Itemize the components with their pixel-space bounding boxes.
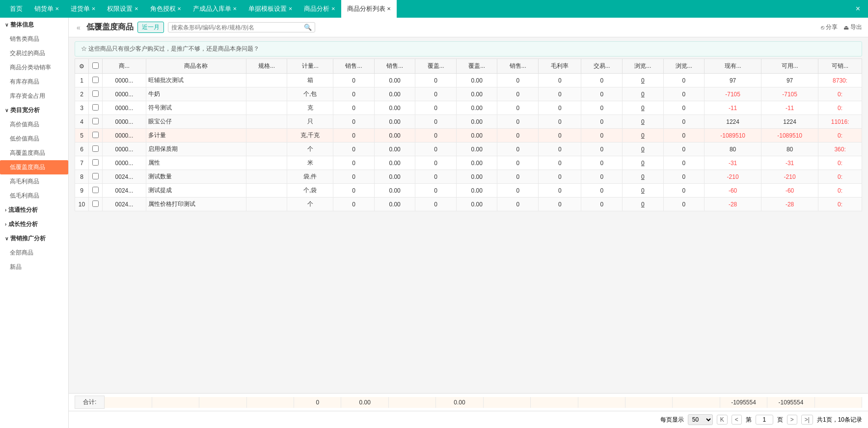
col-cover2-header[interactable]: 覆盖...	[456, 59, 497, 74]
prev-page-button[interactable]: <	[732, 415, 742, 425]
sidebar-section-circulation[interactable]: › 流通性分析	[0, 203, 68, 217]
row-checkbox[interactable]	[92, 145, 99, 152]
sidebar-item-inventory-capital[interactable]: 库存资金占用	[0, 89, 68, 103]
row-name[interactable]: 属性价格打印测试	[146, 198, 246, 211]
filter-period-button[interactable]: 近一月	[137, 22, 164, 33]
row-checkbox[interactable]	[92, 187, 99, 193]
col-sales3-header[interactable]: 销售...	[497, 59, 539, 74]
row-browse1[interactable]: 0	[623, 184, 664, 198]
row-browse1[interactable]: 0	[623, 87, 664, 101]
sidebar-item-high-value[interactable]: 高价值商品	[0, 117, 68, 132]
row-checkbox[interactable]	[92, 104, 99, 111]
col-browse1-header[interactable]: 浏览...	[623, 59, 664, 74]
row-checkbox[interactable]	[92, 77, 99, 83]
page-number-input[interactable]	[756, 415, 773, 425]
row-checkbox-cell[interactable]	[89, 87, 103, 101]
sidebar-section-overall[interactable]: ∨ 整体信息	[0, 18, 68, 32]
row-name[interactable]: 符号测试	[146, 101, 246, 115]
col-spec-header[interactable]: 规格...	[246, 59, 287, 74]
row-browse1[interactable]: 0	[623, 156, 664, 170]
row-name[interactable]: 启用保质期	[146, 143, 246, 156]
nav-purchase[interactable]: 进货单 ×	[65, 0, 101, 18]
col-settings[interactable]: ⚙	[75, 59, 89, 74]
row-checkbox-cell[interactable]	[89, 156, 103, 170]
row-browse1[interactable]: 0	[623, 101, 664, 115]
per-page-select[interactable]: 50 100 200	[688, 414, 713, 425]
select-all-checkbox[interactable]	[92, 62, 99, 69]
sidebar-item-low-value[interactable]: 低价值商品	[0, 132, 68, 146]
nav-home[interactable]: 首页	[4, 0, 28, 18]
sidebar-item-low-profit[interactable]: 低毛利商品	[0, 189, 68, 203]
row-checkbox-cell[interactable]	[89, 198, 103, 211]
sidebar-item-category-rate[interactable]: 商品分类动销率	[0, 60, 68, 75]
sidebar-item-traded-products[interactable]: 交易过的商品	[0, 46, 68, 60]
export-button[interactable]: ⏏ 导出	[843, 23, 862, 31]
row-checkbox-cell[interactable]	[89, 170, 103, 184]
sidebar-section-growth[interactable]: › 成长性分析	[0, 217, 68, 231]
row-checkbox[interactable]	[92, 200, 99, 207]
row-checkbox-cell[interactable]	[89, 115, 103, 129]
nav-product-analysis[interactable]: 商品分析 ×	[298, 0, 341, 18]
row-browse1[interactable]: 0	[623, 143, 664, 156]
row-checkbox-cell[interactable]	[89, 101, 103, 115]
col-gross-header[interactable]: 毛利率	[539, 59, 581, 74]
col-cover1-header[interactable]: 覆盖...	[415, 59, 457, 74]
row-gross: 0	[539, 184, 581, 198]
row-checkbox-cell[interactable]	[89, 74, 103, 87]
sidebar-item-high-coverage[interactable]: 高覆盖度商品	[0, 146, 68, 160]
row-name[interactable]: 多计量	[146, 129, 246, 143]
share-button[interactable]: ⎋ 分享	[821, 23, 838, 31]
search-input[interactable]	[171, 24, 304, 31]
sidebar-item-high-profit[interactable]: 高毛利商品	[0, 174, 68, 189]
sidebar-section-category[interactable]: ∨ 类目宽分析	[0, 103, 68, 117]
nav-role[interactable]: 角色授权 ×	[144, 0, 187, 18]
sidebar-item-stocked-products[interactable]: 有库存商品	[0, 75, 68, 89]
row-name[interactable]: 眼宝公仔	[146, 115, 246, 129]
row-checkbox-cell[interactable]	[89, 143, 103, 156]
col-trade-header[interactable]: 交易...	[581, 59, 623, 74]
row-checkbox[interactable]	[92, 118, 99, 124]
col-checkbox[interactable]	[89, 59, 103, 74]
row-checkbox[interactable]	[92, 90, 99, 97]
nav-product-entry[interactable]: 产成品入库单 ×	[187, 0, 243, 18]
row-name[interactable]: 测试数量	[146, 170, 246, 184]
table-container[interactable]: ⚙ 商... 商品名称 规格... 计量... 销售... 销售... 覆盖..…	[75, 58, 862, 393]
sidebar-section-marketing[interactable]: ∨ 营销推广分析	[0, 231, 68, 246]
col-sales2-header[interactable]: 销售...	[374, 59, 415, 74]
next-page-button[interactable]: >	[787, 415, 797, 425]
row-name[interactable]: 属性	[146, 156, 246, 170]
sidebar-collapse-button[interactable]: «	[75, 23, 82, 32]
row-checkbox[interactable]	[92, 132, 99, 138]
row-browse1[interactable]: 0	[623, 115, 664, 129]
col-stock3-header[interactable]: 可销...	[818, 59, 862, 74]
col-stock1-header[interactable]: 现有...	[705, 59, 761, 74]
row-checkbox[interactable]	[92, 159, 99, 166]
row-checkbox[interactable]	[92, 173, 99, 179]
col-code-header[interactable]: 商...	[103, 59, 146, 74]
row-name[interactable]: 牛奶	[146, 87, 246, 101]
row-name[interactable]: 测试提成	[146, 184, 246, 198]
col-stock2-header[interactable]: 可用...	[761, 59, 818, 74]
last-page-button[interactable]: >|	[801, 415, 813, 425]
nav-permissions[interactable]: 权限设置 ×	[101, 0, 144, 18]
row-name[interactable]: 旺辅批次测试	[146, 74, 246, 87]
nav-template[interactable]: 单据模板设置 ×	[243, 0, 298, 18]
close-nav-button[interactable]: ×	[852, 4, 864, 13]
sidebar-item-low-coverage[interactable]: 低覆盖度商品	[0, 160, 68, 174]
row-browse1[interactable]: 0	[623, 170, 664, 184]
col-unit-header[interactable]: 计量...	[287, 59, 333, 74]
row-checkbox-cell[interactable]	[89, 184, 103, 198]
row-browse1[interactable]: 0	[623, 74, 664, 87]
first-page-button[interactable]: K	[717, 415, 728, 425]
row-browse1[interactable]: 0	[623, 129, 664, 143]
col-browse2-header[interactable]: 浏览...	[663, 59, 705, 74]
nav-sales[interactable]: 销货单 ×	[28, 0, 65, 18]
sidebar-item-sales-products[interactable]: 销售类商品	[0, 32, 68, 46]
col-name-header[interactable]: 商品名称	[146, 59, 246, 74]
row-browse1[interactable]: 0	[623, 198, 664, 211]
sidebar-item-all-products[interactable]: 全部商品	[0, 246, 68, 260]
nav-product-analysis-list[interactable]: 商品分析列表 ×	[341, 0, 397, 18]
col-sales1-header[interactable]: 销售...	[333, 59, 375, 74]
row-checkbox-cell[interactable]	[89, 129, 103, 143]
sidebar-item-new-products[interactable]: 新品	[0, 260, 68, 274]
